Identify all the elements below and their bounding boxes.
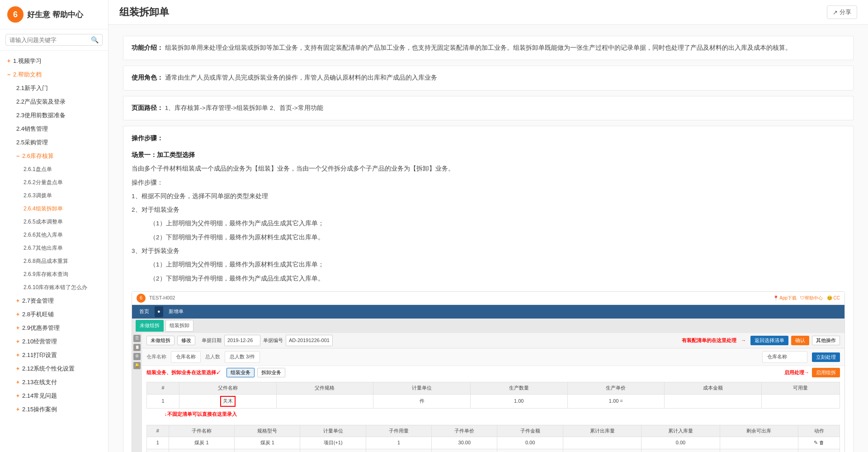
ss-type-assembly: 组装业务 [226, 368, 255, 377]
ss-table2: # 子件名称 规格型号 计量单位 子件用量 子件单价 子件金额 累计出库量 [146, 425, 840, 452]
ss-annotation-enable: 启用处理→ [784, 368, 809, 377]
scenario1-title: 场景一：加工类型选择 [132, 149, 845, 161]
sidebar-item-2.9[interactable]: + 2.9优惠券管理 [0, 321, 108, 335]
screenshot-wrap: 6 TEST-H002 📍 App下载 🛡帮助中心 😊 CC 首页 ● 新增单 … [132, 291, 845, 452]
ss-navbar: 首页 ● 新增单 [132, 305, 844, 319]
search-box: 🔍 [5, 34, 103, 46]
role-label: 使用角色： [132, 74, 163, 81]
ss-btn-apply: 立刻处理 [812, 352, 840, 362]
plus-icon-2.7: + [16, 298, 19, 304]
ss-logo: 6 [137, 294, 146, 303]
plus-icon-2.14: + [16, 393, 19, 399]
sidebar-item-2.6.9[interactable]: 2.6.9库存账本查询 [0, 268, 108, 281]
ss-table1: # 父件名称 父件规格 计量单位 生产数量 生产单价 成本金额 可用量 [146, 382, 840, 409]
role-text: 通常由生产人员或库管人员完成拆装业务的操作，库管人员确认原材料的出库和产成品的入… [165, 74, 437, 81]
sidebar-item-2.6.5[interactable]: 2.6.5成本调整单 [0, 215, 108, 228]
sidebar-item-2.10[interactable]: + 2.10经营管理 [0, 335, 108, 348]
ss-toolbar: 未做组拆 修改 单据日期 2019-12-26 单据编号 AD-20191226… [142, 333, 844, 349]
ss-form-label1: 仓库名称 [146, 352, 166, 362]
sidebar-item-2.5[interactable]: 2.5采购管理 [0, 136, 108, 149]
sidebar-item-2.11[interactable]: + 2.11打印设置 [0, 348, 108, 362]
ss-btn-edit: 修改 [177, 336, 195, 345]
ss-th-spec: 父件规格 [276, 382, 373, 395]
sidebar-item-2.6[interactable]: − 2.6库存核算 [0, 149, 108, 163]
ss-icons: 📍 App下载 🛡帮助中心 😊 CC [773, 294, 840, 302]
ops-steps-title: 操作步骤： [132, 177, 845, 188]
sidebar-item-2.6.8[interactable]: 2.6.8商品成本重算 [0, 255, 108, 268]
logo-text: 好生意 帮助中心 [27, 10, 83, 20]
table-row: 2 煤炭 2 1 1 0.00 0.00 0 [147, 449, 840, 452]
ss-cust-name: 仓库名称 [762, 351, 807, 363]
sidebar-item-2.6.10[interactable]: 2.6.10库存账本错了怎么办 [0, 281, 108, 294]
screenshot-inner: 6 TEST-H002 📍 App下载 🛡帮助中心 😊 CC 首页 ● 新增单 … [132, 292, 844, 452]
sidebar-item-2.6.6[interactable]: 2.6.6其他入库单 [0, 228, 108, 242]
intro-block: 功能介绍： 组装拆卸单用来处理企业组装或拆卸等加工业务，支持有固定装配清单的产品… [123, 36, 854, 60]
ss-nav-home: 首页 [137, 306, 152, 317]
path-block: 页面路径： 1、库存核算->库存管理->组装拆卸单 2、首页->常用功能 [123, 96, 854, 120]
sidebar-item-2.7[interactable]: + 2.7资金管理 [0, 294, 108, 308]
ss-annotation-clearance: 有装配清单的在这里处理 [682, 336, 736, 345]
sidebar-item-2.15[interactable]: + 2.15操作案例 [0, 403, 108, 416]
sidebar-item-2.6.7[interactable]: 2.6.7其他出库单 [0, 242, 108, 255]
ss-btn-other: 其他操作 [812, 336, 840, 345]
step-2: 2、对于组装业务 [132, 205, 845, 215]
ss-th-avail: 可用量 [761, 382, 840, 395]
plus-icon-2.9: + [16, 325, 19, 331]
ss-formrow: 仓库名称 仓库名称 总人数 总人数 3/件 仓库名称 立刻处理 [142, 348, 844, 366]
ss-form-label2: 总人数 [205, 352, 220, 362]
sidebar-item-2.6.2[interactable]: 2.6.2分量盘点单 [0, 176, 108, 189]
sidebar: 6 好生意 帮助中心 🔍 + 1.视频学习 − 2.帮助文档 2.1新手入门 2… [0, 0, 108, 452]
ss-btn-enable: 启用组拆 [812, 368, 840, 377]
nav-tree: + 1.视频学习 − 2.帮助文档 2.1新手入门 2.2产品安装及登录 2.3… [0, 51, 108, 452]
ss-nav-new: 新增单 [166, 306, 186, 317]
ss-btn-save: 未做组拆 [146, 336, 175, 345]
content-area: 功能介绍： 组装拆卸单用来处理企业组装或拆卸等加工业务，支持有固定装配清单的产品… [108, 25, 868, 452]
plus-icon-2.11: + [16, 352, 19, 358]
ss-btn-select: 返回选择清单 [750, 336, 788, 345]
share-icon: ↗ [833, 9, 838, 16]
logo-icon: 6 [7, 6, 24, 23]
plus-icon: + [7, 58, 10, 64]
scenario1-desc: 当由多个子件材料组装成一个成品的业务为【组装】业务，当由一个父件拆分成多个子产品… [132, 163, 845, 174]
sidebar-item-2.14[interactable]: + 2.14常见问题 [0, 389, 108, 403]
share-button[interactable]: ↗ 分享 [827, 5, 857, 19]
plus-icon-2.13: + [16, 379, 19, 385]
sidebar-item-docs[interactable]: − 2.帮助文档 [0, 68, 108, 81]
sidebar-item-2.2[interactable]: 2.2产品安装及登录 [0, 95, 108, 109]
table-row: 1 煤炭 1 煤炭 1 项目(+1) 1 30.00 0.00 [147, 437, 840, 449]
step-3: 3、对于拆装业务 [132, 246, 845, 257]
ss-topbar: 6 TEST-H002 📍 App下载 🛡帮助中心 😊 CC [132, 292, 844, 305]
ss-tabbar: 未做组拆 组装拆卸 [132, 319, 844, 333]
search-area: 🔍 [0, 29, 108, 51]
sidebar-item-2.6.3[interactable]: 2.6.3调拨单 [0, 189, 108, 202]
sidebar-item-2.6.4[interactable]: 2.6.4组装拆卸单 [0, 202, 108, 215]
search-icon[interactable]: 🔍 [91, 36, 99, 43]
sidebar-item-video[interactable]: + 1.视频学习 [0, 54, 108, 68]
ss-arrow1: → [741, 336, 746, 345]
sidebar-item-2.6.1[interactable]: 2.6.1盘点单 [0, 163, 108, 176]
sidebar-item-2.1[interactable]: 2.1新手入门 [0, 81, 108, 95]
path-text: 1、库存核算->库存管理->组装拆卸单 2、首页->常用功能 [165, 105, 323, 111]
ss-body: ☰ 📋 ⚙ 🔔 未做组拆 修改 单据日期 2019-12-26 [132, 333, 844, 452]
steps-area: 操作步骤： 场景一：加工类型选择 当由多个子件材料组装成一个成品的业务为【组装】… [123, 126, 854, 452]
intro-label: 功能介绍： [132, 44, 163, 51]
step-3-1: （1）上部明细为父件明细，最终作为原材料生成其它出库单； [132, 259, 845, 270]
step-3-2: （2）下部明细为子件明细，最终作为产成品生成其它入库单。 [132, 273, 845, 284]
ss-icon-3: ⚙ [133, 353, 141, 360]
ss-icon-2: 📋 [133, 344, 141, 351]
search-input[interactable] [9, 37, 91, 43]
ss-th-no: # [147, 382, 179, 395]
ss-warehouse: 仓库名称 [171, 351, 201, 363]
sidebar-item-2.3[interactable]: 2.3使用前数据准备 [0, 109, 108, 122]
ss-date-val: 2019-12-26 [224, 335, 260, 347]
sidebar-item-2.13[interactable]: + 2.13在线支付 [0, 376, 108, 389]
sidebar-item-2.12[interactable]: + 2.12系统个性化设置 [0, 362, 108, 376]
sidebar-item-2.8[interactable]: + 2.8手机旺铺 [0, 308, 108, 321]
ss-type-disassembly: 拆卸业务 [257, 368, 285, 377]
ss-no-label: 单据编号 [263, 336, 283, 345]
intro-text: 组装拆卸单用来处理企业组装或拆卸等加工业务，支持有固定装配清单的产品加工业务，也… [165, 44, 792, 51]
ss-tab-active: 未做组拆 [136, 320, 164, 332]
ops-title: 操作步骤： [132, 133, 845, 144]
ss-th-price: 生产单价 [567, 382, 665, 395]
sidebar-item-2.4[interactable]: 2.4销售管理 [0, 122, 108, 136]
